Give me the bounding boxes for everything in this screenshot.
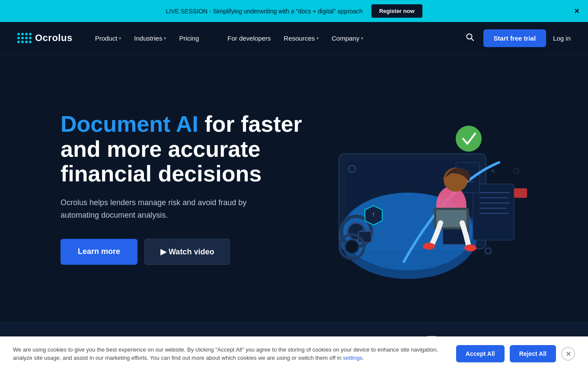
svg-text:✕: ✕ — [490, 168, 495, 174]
hero-illustration: ! Doc — [317, 98, 529, 279]
logo-text: Ocrolus — [35, 32, 73, 44]
learn-more-button[interactable]: Learn more — [61, 239, 137, 265]
logo-dots-icon — [17, 33, 32, 43]
chevron-down-icon: ▾ — [316, 36, 319, 41]
banner-text: LIVE SESSION - Simplifying underwriting … — [166, 8, 362, 15]
search-icon — [466, 33, 474, 41]
search-button[interactable] — [463, 31, 476, 46]
cookie-buttons: Accept All Reject All ✕ — [456, 345, 575, 359]
nav-item-company[interactable]: Company ▾ — [326, 31, 368, 45]
svg-point-35 — [485, 248, 491, 254]
register-now-button[interactable]: Register now — [371, 4, 422, 18]
close-cookie-button[interactable]: ✕ — [561, 347, 575, 359]
nav-item-product[interactable]: Product ▾ — [90, 31, 127, 45]
watch-video-button[interactable]: ▶ Watch video — [144, 239, 230, 265]
hero-buttons: Learn more ▶ Watch video — [61, 239, 317, 265]
svg-point-32 — [423, 243, 435, 250]
top-banner: LIVE SESSION - Simplifying underwriting … — [0, 0, 588, 22]
cookie-settings-link[interactable]: settings — [343, 355, 362, 359]
svg-text:!: ! — [373, 212, 374, 218]
hero-subtitle: Ocrolus helps lenders manage risk and av… — [61, 197, 268, 222]
svg-rect-22 — [514, 188, 527, 198]
svg-text:✕: ✕ — [340, 242, 344, 248]
close-icon: ✕ — [566, 350, 571, 358]
nav-item-resources[interactable]: Resources ▾ — [278, 31, 324, 45]
svg-point-36 — [514, 168, 519, 174]
hero-section: Document AI for faster and more accurate… — [0, 54, 588, 322]
nav-item-industries[interactable]: Industries ▾ — [129, 31, 171, 45]
svg-line-1 — [471, 38, 473, 41]
svg-point-33 — [464, 244, 476, 251]
hero-image-area: ! Doc — [317, 98, 529, 279]
nav-right: Start free trial Log in — [463, 29, 571, 47]
nav-links: Product ▾ Industries ▾ Pricing For devel… — [90, 31, 463, 45]
hero-content: Document AI for faster and more accurate… — [61, 112, 317, 264]
hero-title-highlight: Document AI — [61, 111, 198, 136]
start-free-trial-button[interactable]: Start free trial — [483, 29, 546, 47]
navbar: Ocrolus Product ▾ Industries ▾ Pricing F… — [0, 22, 588, 54]
chevron-down-icon: ▾ — [361, 36, 363, 41]
nav-item-pricing[interactable]: Pricing — [174, 31, 204, 45]
svg-point-27 — [456, 126, 482, 152]
svg-point-15 — [345, 240, 359, 254]
accept-all-button[interactable]: Accept All — [456, 345, 505, 359]
reject-all-button[interactable]: Reject All — [510, 345, 556, 359]
cookie-text: We are using cookies to give you the bes… — [13, 346, 447, 359]
logo[interactable]: Ocrolus — [17, 32, 73, 44]
nav-item-developers[interactable]: For developers — [222, 31, 276, 45]
chevron-down-icon: ▾ — [164, 36, 166, 41]
chevron-down-icon: ▾ — [119, 36, 121, 41]
hero-title: Document AI for faster and more accurate… — [61, 112, 317, 186]
banner-close-button[interactable]: × — [574, 6, 579, 16]
login-link[interactable]: Log in — [553, 35, 571, 42]
cookie-banner: We are using cookies to give you the bes… — [0, 336, 588, 359]
